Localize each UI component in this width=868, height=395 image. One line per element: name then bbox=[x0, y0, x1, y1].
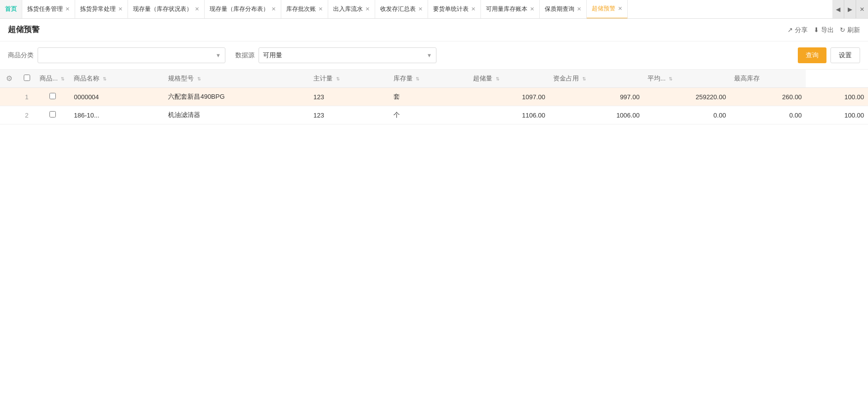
sort-overstock-icon[interactable]: ⇅ bbox=[496, 77, 501, 81]
refresh-btn[interactable]: ↻ 刷新 bbox=[840, 26, 860, 35]
th-product-code: 商品... ⇅ bbox=[36, 70, 70, 88]
nav-tab[interactable]: 库存批次账✕ bbox=[281, 0, 328, 19]
page-content: 超储预警 ↗ 分享 ⬇ 导出 ↻ 刷新 商品分类 ▼ 数据源 bbox=[0, 19, 868, 395]
nav-tab-label: 现存量（库存状况表） bbox=[133, 5, 192, 13]
row-num: 2 bbox=[18, 106, 36, 124]
sort-spec-icon[interactable]: ⇅ bbox=[197, 77, 202, 81]
cell-product-code: 0000004 bbox=[70, 88, 164, 106]
cell-avg: 0.00 bbox=[730, 106, 806, 124]
close-tab-icon[interactable]: ✕ bbox=[118, 6, 123, 12]
th-unit-label: 主计量 bbox=[313, 75, 333, 82]
close-tab-icon[interactable]: ✕ bbox=[471, 6, 476, 12]
select-all-checkbox[interactable] bbox=[24, 75, 30, 81]
export-label: 导出 bbox=[821, 26, 834, 35]
nav-tab[interactable]: 出入库流水✕ bbox=[328, 0, 375, 19]
top-nav: 首页 拣货任务管理✕拣货异常处理✕现存量（库存状况表）✕现存量（库存分布表）✕库… bbox=[0, 0, 868, 19]
nav-tab-label: 出入库流水 bbox=[333, 5, 363, 13]
nav-tab[interactable]: 可用量库存账本✕ bbox=[481, 0, 540, 19]
nav-home[interactable]: 首页 bbox=[0, 0, 22, 19]
th-stock-label: 库存量 bbox=[393, 75, 413, 82]
nav-close-btn[interactable]: ✕ bbox=[856, 0, 868, 19]
sort-capital-icon[interactable]: ⇅ bbox=[582, 77, 587, 81]
gear-icon[interactable]: ⚙ bbox=[6, 74, 12, 82]
refresh-label: 刷新 bbox=[847, 26, 860, 35]
th-overstock: 超储量 ⇅ bbox=[469, 70, 549, 88]
table-container: ⚙ 商品... ⇅ 商品名称 ⇅ 规格型号 ⇅ bbox=[0, 70, 868, 124]
category-select[interactable]: ▼ bbox=[38, 47, 225, 63]
nav-tab-label: 拣货任务管理 bbox=[27, 5, 63, 13]
sort-product-code-icon[interactable]: ⇅ bbox=[61, 77, 66, 81]
nav-next-btn[interactable]: ▶ bbox=[844, 0, 856, 19]
sort-stock-icon[interactable]: ⇅ bbox=[416, 77, 421, 81]
close-tab-icon[interactable]: ✕ bbox=[418, 6, 423, 12]
row-checkbox[interactable] bbox=[49, 111, 56, 118]
cell-spec: 123 bbox=[309, 88, 390, 106]
row-checkbox[interactable] bbox=[49, 93, 56, 99]
page-header: 超储预警 ↗ 分享 ⬇ 导出 ↻ 刷新 bbox=[0, 19, 868, 41]
refresh-icon: ↻ bbox=[840, 26, 845, 34]
cell-avg: 260.00 bbox=[730, 88, 806, 106]
nav-tab[interactable]: 现存量（库存状况表）✕ bbox=[128, 0, 205, 19]
th-spec-label: 规格型号 bbox=[168, 75, 194, 82]
row-gear-cell bbox=[0, 106, 18, 124]
nav-tab-label: 保质期查询 bbox=[545, 5, 574, 13]
cell-stock: 1097.00 bbox=[469, 88, 549, 106]
th-unit: 主计量 ⇅ bbox=[309, 70, 390, 88]
page-title: 超储预警 bbox=[8, 25, 40, 35]
home-label: 首页 bbox=[5, 5, 17, 13]
nav-tab-label: 库存批次账 bbox=[286, 5, 316, 13]
nav-tab[interactable]: 收发存汇总表✕ bbox=[375, 0, 428, 19]
cell-spec: 123 bbox=[309, 106, 390, 124]
close-tab-icon[interactable]: ✕ bbox=[271, 6, 276, 12]
datasource-select-value: 可用量 bbox=[263, 51, 282, 60]
datasource-label: 数据源 bbox=[235, 51, 255, 60]
nav-tab[interactable]: 拣货任务管理✕ bbox=[22, 0, 75, 19]
nav-tab[interactable]: 要货单统计表✕ bbox=[428, 0, 481, 19]
export-icon: ⬇ bbox=[814, 26, 819, 34]
sort-product-name-icon[interactable]: ⇅ bbox=[103, 77, 108, 81]
th-product-name-label: 商品名称 bbox=[74, 75, 99, 82]
cell-max-stock: 100.00 bbox=[806, 106, 868, 124]
nav-tab[interactable]: 超储预警✕ bbox=[587, 0, 628, 19]
close-tab-icon[interactable]: ✕ bbox=[318, 6, 323, 12]
close-tab-icon[interactable]: ✕ bbox=[618, 5, 622, 12]
export-btn[interactable]: ⬇ 导出 bbox=[814, 26, 834, 35]
sort-unit-icon[interactable]: ⇅ bbox=[336, 77, 341, 81]
main-table: ⚙ 商品... ⇅ 商品名称 ⇅ 规格型号 ⇅ bbox=[0, 70, 868, 124]
cell-product-name: 六配套新昌490BPG bbox=[164, 88, 309, 106]
datasource-select[interactable]: 可用量 ▼ bbox=[259, 47, 436, 63]
cell-checkbox bbox=[36, 88, 70, 106]
cell-unit: 个 bbox=[390, 106, 470, 124]
datasource-filter-group: 数据源 可用量 ▼ bbox=[235, 47, 436, 63]
query-button[interactable]: 查询 bbox=[798, 47, 826, 63]
share-btn[interactable]: ↗ 分享 bbox=[787, 26, 808, 35]
cell-max-stock: 100.00 bbox=[806, 88, 868, 106]
nav-tab[interactable]: 保质期查询✕ bbox=[540, 0, 587, 19]
close-tab-icon[interactable]: ✕ bbox=[65, 6, 70, 12]
nav-prev-btn[interactable]: ◀ bbox=[832, 0, 844, 19]
close-tab-icon[interactable]: ✕ bbox=[530, 6, 534, 12]
category-filter-group: 商品分类 ▼ bbox=[8, 47, 225, 63]
table-row: 1 0000004 六配套新昌490BPG 123 套 1097.00 997.… bbox=[0, 88, 868, 106]
sort-avg-icon[interactable]: ⇅ bbox=[669, 77, 674, 81]
share-icon: ↗ bbox=[787, 26, 793, 34]
settings-button[interactable]: 设置 bbox=[830, 47, 860, 63]
nav-arrows: ◀ ▶ ✕ bbox=[832, 0, 868, 19]
nav-tab[interactable]: 拣货异常处理✕ bbox=[75, 0, 128, 19]
th-overstock-label: 超储量 bbox=[473, 75, 492, 82]
th-capital-label: 资金占用 bbox=[553, 75, 579, 82]
nav-tab[interactable]: 现存量（库存分布表）✕ bbox=[205, 0, 281, 19]
nav-tab-label: 现存量（库存分布表） bbox=[210, 5, 269, 13]
close-tab-icon[interactable]: ✕ bbox=[365, 6, 370, 12]
nav-tab-label: 超储预警 bbox=[592, 4, 615, 13]
th-product-name: 商品名称 ⇅ bbox=[70, 70, 164, 88]
cell-product-name: 机油滤清器 bbox=[164, 106, 309, 124]
close-tab-icon[interactable]: ✕ bbox=[195, 6, 199, 12]
header-actions: ↗ 分享 ⬇ 导出 ↻ 刷新 bbox=[787, 26, 860, 35]
nav-tab-label: 收发存汇总表 bbox=[380, 5, 416, 13]
th-avg: 平均... ⇅ bbox=[644, 70, 730, 88]
cell-overstock: 1006.00 bbox=[549, 106, 644, 124]
close-tab-icon[interactable]: ✕ bbox=[577, 6, 581, 12]
datasource-chevron-icon: ▼ bbox=[427, 52, 432, 58]
th-max-stock: 最高库存 bbox=[730, 70, 806, 88]
